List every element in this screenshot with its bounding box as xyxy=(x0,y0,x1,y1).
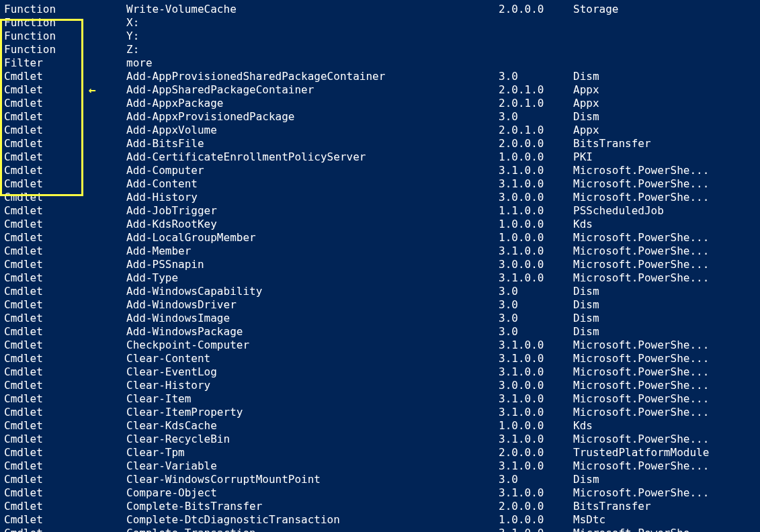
command-row: CmdletAdd-AppxProvisionedPackage3.0Dism xyxy=(4,110,756,124)
command-type: Cmdlet xyxy=(4,83,126,97)
command-name: Clear-Item xyxy=(126,392,499,406)
command-name: Add-WindowsImage xyxy=(126,312,499,325)
command-version: 3.0 xyxy=(499,298,573,312)
command-row: CmdletClear-Item3.1.0.0Microsoft.PowerSh… xyxy=(4,392,756,406)
command-row: CmdletAdd-BitsFile2.0.0.0BitsTransfer xyxy=(4,137,756,150)
command-name: Add-PSSnapin xyxy=(126,258,499,271)
command-source: PSScheduledJob xyxy=(573,204,756,218)
command-name: Add-CertificateEnrollmentPolicyServer xyxy=(126,150,499,164)
command-type: Cmdlet xyxy=(4,258,126,271)
command-version: 3.0 xyxy=(499,70,573,83)
command-row: CmdletClear-ItemProperty3.1.0.0Microsoft… xyxy=(4,406,756,419)
command-source: Storage xyxy=(573,3,756,16)
command-type: Function xyxy=(4,30,126,43)
command-type: Function xyxy=(4,3,126,16)
command-type: Cmdlet xyxy=(4,137,126,150)
command-source: TrustedPlatformModule xyxy=(573,446,756,459)
command-name: Complete-DtcDiagnosticTransaction xyxy=(126,513,499,527)
command-type: Cmdlet xyxy=(4,352,126,365)
command-row: CmdletClear-Content3.1.0.0Microsoft.Powe… xyxy=(4,352,756,365)
command-type: Cmdlet xyxy=(4,97,126,110)
command-source: Microsoft.PowerShe... xyxy=(573,245,756,258)
command-type: Cmdlet xyxy=(4,271,126,285)
command-type: Cmdlet xyxy=(4,231,126,245)
command-name: Add-LocalGroupMember xyxy=(126,231,499,245)
command-version: 3.1.0.0 xyxy=(499,433,573,446)
command-row: CmdletAdd-WindowsPackage3.0Dism xyxy=(4,325,756,339)
command-row: CmdletClear-Variable3.1.0.0Microsoft.Pow… xyxy=(4,459,756,473)
command-name: Add-JobTrigger xyxy=(126,204,499,218)
command-type: Filter xyxy=(4,56,126,70)
command-source: Kds xyxy=(573,419,756,433)
command-name: Clear-EventLog xyxy=(126,365,499,379)
command-type: Function xyxy=(4,16,126,30)
command-row: CmdletAdd-AppProvisionedSharedPackageCon… xyxy=(4,70,756,83)
command-type: Function xyxy=(4,43,126,56)
command-source: Microsoft.PowerShe... xyxy=(573,433,756,446)
command-name: Write-VolumeCache xyxy=(126,3,499,16)
command-row: CmdletClear-WindowsCorruptMountPoint3.0D… xyxy=(4,473,756,486)
command-row: CmdletClear-History3.0.0.0Microsoft.Powe… xyxy=(4,379,756,392)
command-row: CmdletCompare-Object3.1.0.0Microsoft.Pow… xyxy=(4,486,756,500)
command-source: Microsoft.PowerShe... xyxy=(573,486,756,500)
powershell-console[interactable]: FunctionWrite-VolumeCache2.0.0.0StorageF… xyxy=(0,0,760,532)
command-type: Cmdlet xyxy=(4,365,126,379)
command-version: 3.0.0.0 xyxy=(499,379,573,392)
command-row: CmdletComplete-Transaction3.1.0.0Microso… xyxy=(4,527,756,532)
command-type: Cmdlet xyxy=(4,191,126,204)
command-type: Cmdlet xyxy=(4,110,126,124)
command-type: Cmdlet xyxy=(4,486,126,500)
command-name: Add-AppSharedPackageContainer xyxy=(126,83,499,97)
command-type: Cmdlet xyxy=(4,124,126,137)
command-source: Kds xyxy=(573,218,756,231)
command-version: 1.0.0.0 xyxy=(499,419,573,433)
command-version: 3.0 xyxy=(499,285,573,298)
command-source: Dism xyxy=(573,70,756,83)
command-source: BitsTransfer xyxy=(573,137,756,150)
command-version: 3.0 xyxy=(499,325,573,339)
command-type: Cmdlet xyxy=(4,446,126,459)
command-name: Clear-Content xyxy=(126,352,499,365)
command-type: Cmdlet xyxy=(4,459,126,473)
command-source: Microsoft.PowerShe... xyxy=(573,352,756,365)
command-version: 1.0.0.0 xyxy=(499,150,573,164)
command-type: Cmdlet xyxy=(4,527,126,532)
command-name: Add-BitsFile xyxy=(126,137,499,150)
command-version: 3.0 xyxy=(499,110,573,124)
command-name: Add-AppxPackage xyxy=(126,97,499,110)
command-source: Appx xyxy=(573,124,756,137)
command-type: Cmdlet xyxy=(4,204,126,218)
command-row: CmdletCheckpoint-Computer3.1.0.0Microsof… xyxy=(4,339,756,352)
command-source: Dism xyxy=(573,298,756,312)
command-row: CmdletAdd-PSSnapin3.0.0.0Microsoft.Power… xyxy=(4,258,756,271)
command-version: 3.1.0.0 xyxy=(499,271,573,285)
command-name: Add-AppxProvisionedPackage xyxy=(126,110,499,124)
command-version: 3.1.0.0 xyxy=(499,406,573,419)
command-name: Add-WindowsDriver xyxy=(126,298,499,312)
command-version: 2.0.0.0 xyxy=(499,137,573,150)
command-version: 3.1.0.0 xyxy=(499,164,573,177)
command-name: Complete-Transaction xyxy=(126,527,499,532)
command-version: 3.1.0.0 xyxy=(499,245,573,258)
command-name: Add-KdsRootKey xyxy=(126,218,499,231)
command-row: FunctionY: xyxy=(4,30,756,43)
command-source: Microsoft.PowerShe... xyxy=(573,271,756,285)
command-row: CmdletAdd-WindowsCapability3.0Dism xyxy=(4,285,756,298)
command-type: Cmdlet xyxy=(4,379,126,392)
command-type: Cmdlet xyxy=(4,150,126,164)
command-row: CmdletAdd-WindowsDriver3.0Dism xyxy=(4,298,756,312)
command-source: Dism xyxy=(573,473,756,486)
command-row: CmdletAdd-KdsRootKey1.0.0.0Kds xyxy=(4,218,756,231)
command-row: CmdletClear-Tpm2.0.0.0TrustedPlatformMod… xyxy=(4,446,756,459)
command-version: 3.1.0.0 xyxy=(499,392,573,406)
command-source: Microsoft.PowerShe... xyxy=(573,339,756,352)
command-name: Clear-KdsCache xyxy=(126,419,499,433)
command-source: Microsoft.PowerShe... xyxy=(573,365,756,379)
command-version: 2.0.0.0 xyxy=(499,446,573,459)
command-type: Cmdlet xyxy=(4,218,126,231)
command-name: Clear-WindowsCorruptMountPoint xyxy=(126,473,499,486)
command-type: Cmdlet xyxy=(4,312,126,325)
command-row: CmdletClear-EventLog3.1.0.0Microsoft.Pow… xyxy=(4,365,756,379)
command-version: 3.1.0.0 xyxy=(499,486,573,500)
command-version: 2.0.1.0 xyxy=(499,97,573,110)
